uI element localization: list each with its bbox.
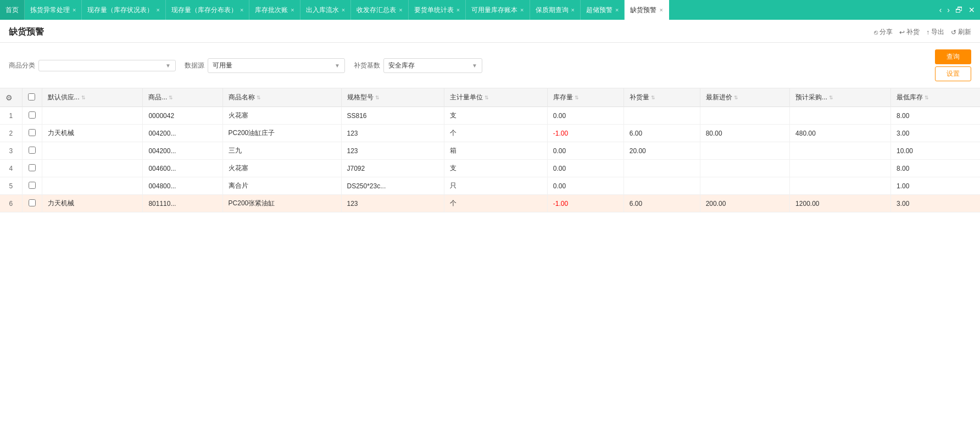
row-checkbox-cell <box>22 142 42 160</box>
th-latest-price[interactable]: 最新进价 ⇅ <box>700 88 789 107</box>
cell-min-stock: 3.00 <box>891 195 980 212</box>
cell-est-purchase <box>790 142 891 160</box>
tab-pick-close[interactable]: × <box>73 7 76 13</box>
replenish-label: 补货 <box>906 27 920 37</box>
replenish-button[interactable]: ↩ 补货 <box>899 27 920 37</box>
tab-pick-exception[interactable]: 拣货异常处理 × <box>25 0 82 20</box>
datasource-value: 可用量 <box>213 61 232 70</box>
nav-prev-btn[interactable]: ‹ <box>937 4 945 15</box>
tab-stock-dist[interactable]: 现存量（库存分布表） × <box>166 0 249 20</box>
tab-available-close[interactable]: × <box>520 7 524 13</box>
tab-stock-dist-close[interactable]: × <box>240 7 243 13</box>
cell-spec: DS250*23c... <box>341 177 444 195</box>
tab-batch[interactable]: 库存批次账 × <box>249 0 300 20</box>
tab-stock-status-close[interactable]: × <box>156 7 159 13</box>
tab-expiry[interactable]: 保质期查询 × <box>530 0 581 20</box>
row-checkbox-cell <box>22 125 42 142</box>
row-checkbox-cell <box>22 177 42 195</box>
th-replenish[interactable]: 补货量 ⇅ <box>623 88 700 107</box>
table-body: 1 0000042 火花塞 SS816 支 0.00 8.00 2 力天机械 0… <box>0 107 980 212</box>
cell-est-purchase: 1200.00 <box>790 195 891 212</box>
cell-stock: 0.00 <box>547 107 623 125</box>
row-checkbox[interactable] <box>29 147 36 154</box>
th-replenish-label: 补货量 <box>630 93 649 102</box>
tab-summary[interactable]: 收发存汇总表 × <box>351 0 408 20</box>
th-est-purchase[interactable]: 预计采购... ⇅ <box>790 88 891 107</box>
th-spec[interactable]: 规格型号 ⇅ <box>341 88 444 107</box>
tab-expiry-label: 保质期查询 <box>536 5 569 15</box>
tab-shortage[interactable]: 缺货预警 × <box>625 0 669 20</box>
cell-est-purchase <box>790 177 891 195</box>
table-row: 3 004200... 三九 123 箱 0.00 20.00 10.00 <box>0 142 980 160</box>
share-icon: ⎋ <box>874 29 878 36</box>
tab-stock-status-label: 现存量（库存状况表） <box>87 5 153 15</box>
tab-overstock[interactable]: 超储预警 × <box>581 0 625 20</box>
row-checkbox[interactable] <box>29 111 36 119</box>
datasource-select[interactable]: 可用量 ▼ <box>208 58 345 73</box>
tab-shortage-close[interactable]: × <box>659 7 662 13</box>
cell-min-stock: 8.00 <box>891 160 980 177</box>
cell-replenish: 20.00 <box>623 142 700 160</box>
sort-min-icon: ⇅ <box>925 95 929 100</box>
cell-unit: 只 <box>444 177 547 195</box>
nav-next-btn[interactable]: › <box>944 4 953 15</box>
table-row: 6 力天机械 801110... PC200张紧油缸 123 个 -1.00 6… <box>0 195 980 212</box>
datasource-arrow-icon: ▼ <box>335 63 340 69</box>
page-title: 缺货预警 <box>9 26 44 38</box>
replenish-base-select[interactable]: 安全库存 ▼ <box>383 58 482 73</box>
th-default-supplier[interactable]: 默认供应... ⇅ <box>42 88 143 107</box>
sort-name-icon: ⇅ <box>257 95 261 100</box>
row-checkbox[interactable] <box>29 164 36 171</box>
cell-spec: SS816 <box>341 107 444 125</box>
export-button[interactable]: ↑ 导出 <box>926 27 944 37</box>
page-header: 缺货预警 ⎋ 分享 ↩ 补货 ↑ 导出 ↺ 刷新 <box>0 20 980 43</box>
tab-overstock-close[interactable]: × <box>615 7 619 13</box>
category-select[interactable]: ▼ <box>38 60 176 71</box>
tab-flow-close[interactable]: × <box>342 7 345 13</box>
tab-stock-status[interactable]: 现存量（库存状况表） × <box>82 0 165 20</box>
cell-supplier: 力天机械 <box>42 125 143 142</box>
cell-latest-price <box>700 107 789 125</box>
nav-restore-btn[interactable]: 🗗 <box>953 4 966 15</box>
th-min-stock[interactable]: 最低库存 ⇅ <box>891 88 980 107</box>
cell-est-purchase <box>790 107 891 125</box>
row-checkbox[interactable] <box>29 199 36 206</box>
th-product-code[interactable]: 商品... ⇅ <box>143 88 222 107</box>
th-unit[interactable]: 主计量单位 ⇅ <box>444 88 547 107</box>
table-container: ⚙ 默认供应... ⇅ 商品... ⇅ <box>0 88 980 212</box>
tab-pick-label: 拣货异常处理 <box>30 5 70 15</box>
row-checkbox-cell <box>22 107 42 125</box>
cell-product-code: 004200... <box>143 142 222 160</box>
row-num: 3 <box>0 142 22 160</box>
row-checkbox[interactable] <box>29 182 36 189</box>
refresh-button[interactable]: ↺ 刷新 <box>951 27 971 37</box>
th-stock[interactable]: 库存量 ⇅ <box>547 88 623 107</box>
query-button[interactable]: 查询 <box>935 49 971 64</box>
gear-icon[interactable]: ⚙ <box>5 93 13 102</box>
nav-close-btn[interactable]: ✕ <box>966 4 978 15</box>
tab-available[interactable]: 可用量库存账本 × <box>466 0 530 20</box>
tab-flow[interactable]: 出入库流水 × <box>300 0 351 20</box>
tab-expiry-close[interactable]: × <box>571 7 575 13</box>
cell-unit: 个 <box>444 195 547 212</box>
cell-product-code: 004600... <box>143 160 222 177</box>
table-header-row: ⚙ 默认供应... ⇅ 商品... ⇅ <box>0 88 980 107</box>
share-label: 分享 <box>879 27 893 37</box>
th-spec-label: 规格型号 <box>347 93 374 102</box>
settings-button[interactable]: 设置 <box>935 66 971 81</box>
tab-order-stat-close[interactable]: × <box>456 7 460 13</box>
row-num: 2 <box>0 125 22 142</box>
tab-order-stat[interactable]: 要货单统计表 × <box>409 0 466 20</box>
cell-est-purchase: 480.00 <box>790 125 891 142</box>
cell-replenish <box>623 177 700 195</box>
tab-summary-close[interactable]: × <box>399 7 402 13</box>
share-button[interactable]: ⎋ 分享 <box>874 27 893 37</box>
th-gear[interactable]: ⚙ <box>0 88 22 107</box>
select-all-checkbox[interactable] <box>28 93 35 100</box>
tab-home[interactable]: 首页 <box>0 0 25 20</box>
cell-supplier <box>42 177 143 195</box>
cell-spec: 123 <box>341 195 444 212</box>
th-product-name[interactable]: 商品名称 ⇅ <box>222 88 341 107</box>
row-checkbox[interactable] <box>29 129 36 136</box>
tab-batch-close[interactable]: × <box>291 7 294 13</box>
